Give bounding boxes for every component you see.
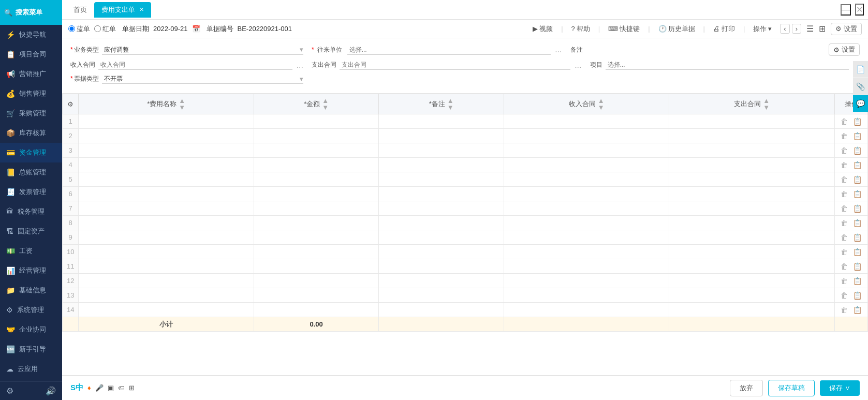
amount-cell[interactable] xyxy=(254,187,379,201)
sidebar-item-purchase-mgmt[interactable]: 🛒 采购管理 xyxy=(0,103,62,123)
row-copy-button[interactable]: 📋 xyxy=(851,247,863,257)
sidebar-item-sales-mgmt[interactable]: 💰 销售管理 xyxy=(0,84,62,103)
expense-contract-cell[interactable] xyxy=(669,143,835,158)
tab-close-icon[interactable]: ✕ xyxy=(139,6,144,13)
float-chat-button[interactable]: 💬 xyxy=(853,95,868,112)
amount-cell[interactable] xyxy=(254,114,379,129)
sidebar-item-salary[interactable]: 💵 工资 xyxy=(0,241,62,261)
expense-contract-cell[interactable] xyxy=(669,245,835,259)
sidebar-item-operations-mgmt[interactable]: 📊 经营管理 xyxy=(0,261,62,280)
sidebar-item-basic-info[interactable]: 📁 基础信息 xyxy=(0,280,62,300)
row-copy-button[interactable]: 📋 xyxy=(851,291,863,300)
income-contract-cell[interactable] xyxy=(504,172,669,187)
note-cell[interactable] xyxy=(379,187,504,201)
expense-contract-cell[interactable] xyxy=(669,230,835,245)
row-delete-button[interactable]: 🗑 xyxy=(839,276,849,286)
expense-contract-cell[interactable] xyxy=(669,274,835,288)
red-bill-radio[interactable]: 红单 xyxy=(94,24,116,34)
row-copy-button[interactable]: 📋 xyxy=(851,262,863,271)
sidebar-item-project-contract[interactable]: 📋 项目合同 xyxy=(0,45,62,64)
shortcut-button[interactable]: ⌨ 快捷键 xyxy=(605,23,643,35)
row-delete-button[interactable]: 🗑 xyxy=(839,218,849,228)
business-type-select[interactable]: 应付调整 xyxy=(102,45,300,54)
expense-contract-more-icon[interactable]: ... xyxy=(575,61,581,70)
row-copy-button[interactable]: 📋 xyxy=(851,204,863,213)
row-copy-button[interactable]: 📋 xyxy=(851,131,863,141)
history-bill-button[interactable]: 🕐 历史单据 xyxy=(655,23,698,35)
sidebar-item-enterprise-collab[interactable]: 🤝 企业协同 xyxy=(0,320,62,339)
settings-button[interactable]: ⚙ 设置 xyxy=(831,23,862,35)
expense-contract-cell[interactable] xyxy=(669,114,835,129)
row-delete-button[interactable]: 🗑 xyxy=(839,131,849,141)
income-contract-more-icon[interactable]: ... xyxy=(297,61,303,70)
table-gear-icon[interactable]: ⚙ xyxy=(67,100,73,108)
row-copy-button[interactable]: 📋 xyxy=(851,218,863,228)
save-button[interactable]: 保存 ∨ xyxy=(820,380,860,396)
row-copy-button[interactable]: 📋 xyxy=(851,160,863,170)
row-copy-button[interactable]: 📋 xyxy=(851,305,863,315)
amount-cell[interactable] xyxy=(254,274,379,288)
row-delete-button[interactable]: 🗑 xyxy=(839,160,849,170)
sidebar-header[interactable]: 🔍 搜索菜单 xyxy=(0,0,62,25)
list-view-icon[interactable]: ☰ xyxy=(806,24,814,34)
blue-bill-radio[interactable]: 蓝单 xyxy=(68,24,90,34)
amount-cell[interactable] xyxy=(254,303,379,317)
amount-cell[interactable] xyxy=(254,143,379,158)
print-button[interactable]: 🖨 打印 xyxy=(710,23,738,35)
expense-name-cell[interactable] xyxy=(79,216,254,230)
expense-name-cell[interactable] xyxy=(79,288,254,303)
note-cell[interactable] xyxy=(379,274,504,288)
form-settings-button[interactable]: ⚙ 设置 xyxy=(829,43,860,56)
nav-next-button[interactable]: › xyxy=(792,24,801,34)
sidebar-item-new-user-guide[interactable]: 🆕 新手引导 xyxy=(0,339,62,359)
expense-name-cell[interactable] xyxy=(79,259,254,274)
expense-contract-cell[interactable] xyxy=(669,187,835,201)
sidebar-item-invoice-mgmt[interactable]: 🧾 发票管理 xyxy=(0,182,62,202)
note-cell[interactable] xyxy=(379,158,504,172)
note-cell[interactable] xyxy=(379,143,504,158)
amount-cell[interactable] xyxy=(254,245,379,259)
note-cell[interactable] xyxy=(379,288,504,303)
table-header-note[interactable]: *备注 ▲▼ xyxy=(379,94,504,114)
row-delete-button[interactable]: 🗑 xyxy=(839,233,849,242)
amount-cell[interactable] xyxy=(254,216,379,230)
amount-cell[interactable] xyxy=(254,129,379,143)
row-copy-button[interactable]: 📋 xyxy=(851,146,863,155)
help-button[interactable]: ? 帮助 xyxy=(568,23,593,35)
payee-more-icon[interactable]: ... xyxy=(555,45,562,54)
expense-contract-input[interactable] xyxy=(340,60,570,70)
row-copy-button[interactable]: 📋 xyxy=(851,233,863,242)
row-copy-button[interactable]: 📋 xyxy=(851,276,863,286)
window-close-button[interactable]: ✕ xyxy=(855,4,864,16)
income-contract-cell[interactable] xyxy=(504,114,669,129)
table-header-expense-contract[interactable]: 支出合同 ▲▼ xyxy=(669,94,835,114)
expense-contract-cell[interactable] xyxy=(669,158,835,172)
sidebar-item-fixed-assets[interactable]: 🏗 固定资产 xyxy=(0,221,62,241)
income-contract-cell[interactable] xyxy=(504,201,669,216)
income-contract-input[interactable] xyxy=(98,60,292,70)
video-button[interactable]: ▶ 视频 xyxy=(529,23,556,35)
row-delete-button[interactable]: 🗑 xyxy=(839,175,849,184)
expense-name-cell[interactable] xyxy=(79,129,254,143)
note-cell[interactable] xyxy=(379,172,504,187)
income-contract-cell[interactable] xyxy=(504,143,669,158)
business-type-select-wrapper[interactable]: 应付调整 ▾ xyxy=(102,45,303,55)
sidebar-item-capital-mgmt[interactable]: 💳 资金管理 xyxy=(0,143,62,162)
amount-cell[interactable] xyxy=(254,201,379,216)
payee-input[interactable] xyxy=(347,45,551,55)
row-delete-button[interactable]: 🗑 xyxy=(839,117,849,126)
income-contract-cell[interactable] xyxy=(504,230,669,245)
income-contract-cell[interactable] xyxy=(504,274,669,288)
amount-cell[interactable] xyxy=(254,172,379,187)
row-delete-button[interactable]: 🗑 xyxy=(839,146,849,155)
tab-expense-bill[interactable]: 费用支出单 ✕ xyxy=(94,2,151,18)
row-delete-button[interactable]: 🗑 xyxy=(839,305,849,315)
expense-contract-cell[interactable] xyxy=(669,216,835,230)
expense-name-cell[interactable] xyxy=(79,274,254,288)
volume-footer-icon[interactable]: 🔊 xyxy=(46,386,56,396)
row-copy-button[interactable]: 📋 xyxy=(851,175,863,184)
row-delete-button[interactable]: 🗑 xyxy=(839,262,849,271)
amount-cell[interactable] xyxy=(254,259,379,274)
expense-name-cell[interactable] xyxy=(79,187,254,201)
sidebar-item-sales-promotion[interactable]: 📢 营销推广 xyxy=(0,64,62,84)
